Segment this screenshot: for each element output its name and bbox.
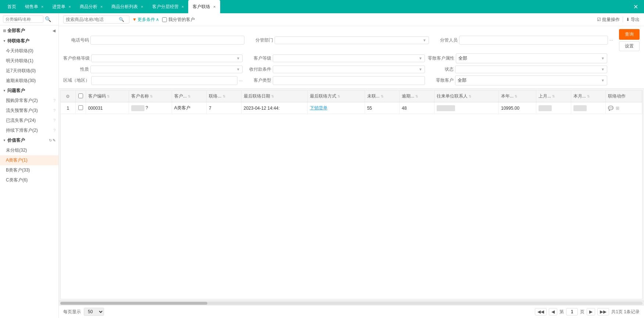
close-product-analysis-icon[interactable]: × [100, 4, 103, 9]
main-search-box[interactable]: 🔍 [63, 15, 129, 24]
retail-customer-select[interactable]: 全部 ▼ [455, 75, 607, 85]
close-purchase-icon[interactable]: × [68, 4, 71, 9]
nav-tab-purchase[interactable]: 进货单 × [48, 0, 75, 13]
scroll-track [60, 302, 643, 305]
code-sort-icon[interactable]: ⇅ [107, 95, 110, 98]
first-page-btn[interactable]: ◀◀ [535, 308, 547, 315]
th-code-label: 客户编码 [88, 93, 106, 99]
th-history-label: 往来单位联系人 [437, 93, 468, 99]
nav-tab-home[interactable]: 首页 [3, 0, 21, 13]
th-thisyear-label: 本年... [501, 93, 514, 99]
sidebar-item-tomorrow[interactable]: 明天待联络(1) [0, 56, 58, 66]
churn-warning-label: 流失预警客户(3) [6, 107, 38, 114]
refresh-icon[interactable]: ↻ [49, 138, 52, 142]
query-button[interactable]: 查询 [619, 29, 640, 40]
overdue-sort-icon[interactable]: ⇅ [415, 95, 418, 98]
edit-group-icon[interactable]: ✎ [53, 138, 56, 142]
name-gray-block [131, 105, 144, 111]
phone-input[interactable] [90, 36, 244, 45]
my-customers-checkbox-area[interactable]: 我分管的客户 [162, 17, 195, 23]
sidebar-item-churn-warning[interactable]: 流失预警客户(3) ? [0, 106, 58, 116]
nav-tab-product-analysis[interactable]: 商品分析 × [75, 0, 107, 13]
contact-sort-icon[interactable]: ⇅ [223, 95, 226, 98]
sidebar-item-ungrouped[interactable]: 未分组(32) [0, 145, 58, 155]
customer-type-input[interactable] [273, 76, 425, 85]
nav-tab-product-list[interactable]: 商品分析列表 × [107, 0, 147, 13]
close-customer-segment-icon[interactable]: × [182, 4, 184, 9]
problem-customers-header[interactable]: ▼ 问题客户 [0, 86, 58, 96]
thismonth-sort-icon[interactable]: ⇅ [587, 95, 590, 98]
export-button[interactable]: ⬇ 导出 [626, 17, 640, 23]
select-all-checkbox[interactable] [78, 93, 83, 98]
sidebar-item-7days[interactable]: 近7天待联络(0) [0, 66, 58, 76]
row-name-value: ? [146, 105, 148, 110]
nav-tab-customer-contact[interactable]: 客户联络 × [188, 0, 220, 13]
customer-level-select[interactable]: ▼ [273, 54, 425, 62]
action-link-icon[interactable]: ⊞ [616, 106, 619, 111]
customer-level-label: 客户等级 [246, 55, 271, 61]
retail-customer-label: 零散客户 [428, 77, 454, 84]
scroll-thumb[interactable] [60, 302, 207, 305]
batch-op-button[interactable]: ☑ 批量操作 [597, 17, 620, 23]
status-select[interactable]: ▼ [455, 66, 607, 73]
dept-select[interactable]: ▼ [275, 36, 429, 44]
settings-button[interactable]: 设置 [619, 41, 640, 51]
horizontal-scrollbar[interactable] [59, 301, 644, 305]
name-sort-icon[interactable]: ⇅ [150, 95, 153, 98]
sidebar-item-today[interactable]: 今天待联络(0) [0, 46, 58, 56]
nocontact-sort-icon[interactable]: ⇅ [381, 95, 384, 98]
close-customer-contact-icon[interactable]: × [213, 4, 215, 9]
sidebar-item-overdue[interactable]: 逾期未联络(30) [0, 76, 58, 86]
sidebar-item-a-class[interactable]: A类客户(1) [0, 155, 58, 165]
customer-level-chevron: ▼ [419, 56, 422, 60]
th-thisyear: 本年... ⇅ [499, 91, 536, 102]
sidebar-item-c-class[interactable]: C类客户(6) [0, 175, 58, 185]
close-sales-icon[interactable]: × [41, 4, 43, 9]
collapse-sidebar-icon[interactable]: ◀ [53, 29, 56, 33]
last-page-btn[interactable]: ▶▶ [597, 308, 609, 315]
lastdate-sort-icon[interactable]: ⇅ [271, 95, 274, 98]
type-sort-icon[interactable]: ⇅ [188, 95, 191, 98]
sidebar-item-churned[interactable]: 已流失客户(24) ? [0, 116, 58, 126]
value-customers-header[interactable]: ▼ 价值客户 ↻ ✎ [0, 135, 58, 145]
retail-attr-select[interactable]: 全部 ▼ [456, 53, 607, 63]
nature-select[interactable]: ▼ [90, 66, 243, 73]
page-end-label: 页 [580, 309, 584, 315]
all-customers-header[interactable]: ⊞ 全部客户 ◀ [0, 25, 58, 36]
main-search-input[interactable] [66, 17, 117, 22]
close-window-icon[interactable]: ✕ [630, 3, 641, 10]
sidebar-search-input[interactable] [3, 15, 43, 23]
main-search-icon[interactable]: 🔍 [119, 17, 124, 22]
action-chat-icon[interactable]: 💬 [608, 106, 613, 111]
row-checkbox[interactable] [78, 105, 83, 110]
page-size-select[interactable]: 50 100 200 [84, 308, 104, 316]
filter-bar-right: ☑ 批量操作 ⬇ 导出 [597, 17, 640, 23]
pending-contact-header[interactable]: ▼ 待联络客户 [0, 36, 58, 46]
lastmethod-sort-icon[interactable]: ⇅ [337, 95, 340, 98]
nav-tab-customer-segment[interactable]: 客户分层经营 × [148, 0, 188, 13]
sidebar-item-hoarding[interactable]: 囤购异常客户(2) ? [0, 96, 58, 106]
my-customers-checkbox[interactable] [162, 17, 167, 22]
nav-tab-sales[interactable]: 销售单 × [21, 0, 48, 13]
price-level-select[interactable]: ▼ [91, 54, 243, 62]
region-dots-icon[interactable]: ··· [239, 78, 243, 83]
more-conditions-btn[interactable]: ▼ 更多条件 ∧ [132, 17, 159, 23]
person-dots-icon[interactable]: ··· [609, 38, 613, 43]
table-gear-icon[interactable]: ⚙ [66, 94, 70, 99]
sidebar-search-icon[interactable]: 🔍 [45, 16, 51, 22]
sidebar-item-declining[interactable]: 持续下滑客户(2) ? [0, 126, 58, 135]
region-input[interactable] [91, 76, 237, 85]
lastmonth-sort-icon[interactable]: ⇅ [552, 95, 555, 98]
page-number-input[interactable] [566, 308, 578, 315]
thisyear-sort-icon[interactable]: ⇅ [515, 95, 518, 98]
next-page-btn[interactable]: ▶ [587, 308, 595, 315]
filter-phone: 电话号码 [63, 36, 244, 45]
prev-page-btn[interactable]: ◀ [549, 308, 557, 315]
payment-select[interactable]: ▼ [273, 66, 425, 73]
declining-help-icon: ? [53, 128, 56, 132]
person-input[interactable] [459, 36, 608, 45]
history-sort-icon[interactable]: ⇅ [469, 95, 472, 98]
row-lastmethod-value[interactable]: 下销货单 [310, 105, 328, 110]
close-product-list-icon[interactable]: × [141, 4, 143, 9]
sidebar-item-b-class[interactable]: B类客户(33) [0, 165, 58, 175]
